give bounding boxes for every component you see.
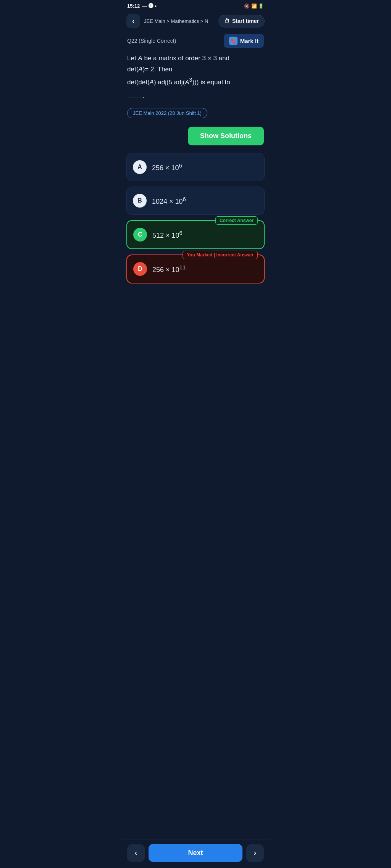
option-b-text: 1024 × 106 [152,196,186,206]
mark-it-label: Mark It [240,38,259,44]
breadcrumb: JEE Main > Mathematics > N [144,18,215,24]
option-c-badge: C [133,228,147,242]
header: ‹ JEE Main > Mathematics > N ⏱ Start tim… [121,11,270,32]
bookmark-icon: 🔖 [229,37,238,45]
option-d[interactable]: You Marked | Incorrect Answer D 256 × 10… [126,254,265,283]
question-label: Q22 (Single Correct) [127,38,176,44]
status-icons: — 🅜 • [142,3,157,9]
incorrect-answer-tag: You Marked | Incorrect Answer [183,251,258,259]
correct-answer-tag: Correct Answer [215,216,258,225]
status-right: 🔇 📶 🔋 [244,3,264,9]
tag-container: JEE Main 2022 (28 Jun Shift 1) [121,108,270,124]
start-timer-button[interactable]: ⏱ Start timer [218,15,265,27]
question-text: Let A be a matrix of order 3 × 3 and det… [121,52,270,108]
option-b[interactable]: B 1024 × 106 [126,187,265,215]
option-a-text: 256 × 106 [152,162,182,172]
back-arrow-icon: ‹ [132,17,134,25]
option-a-badge: A [133,160,147,174]
back-button[interactable]: ‹ [126,14,140,28]
mark-it-button[interactable]: 🔖 Mark It [224,34,264,48]
show-solutions-button[interactable]: Show Solutions [188,127,264,145]
network-icons: 🔇 📶 🔋 [244,3,264,9]
timer-icon: ⏱ [224,18,230,24]
option-a[interactable]: A 256 × 106 [126,153,265,181]
option-d-badge: D [133,262,147,276]
question-meta: Q22 (Single Correct) 🔖 Mark It [121,32,270,52]
status-time: 15:12 [127,3,140,9]
status-left: 15:12 — 🅜 • [127,3,157,9]
option-b-badge: B [133,194,147,208]
option-c[interactable]: Correct Answer C 512 × 106 [126,220,265,249]
options-container: A 256 × 106 B 1024 × 106 Correct Answer … [121,153,270,283]
question-tag: JEE Main 2022 (28 Jun Shift 1) [127,108,207,118]
option-d-text: 256 × 1011 [152,264,186,274]
timer-label: Start timer [232,18,259,24]
option-c-text: 512 × 106 [152,230,183,240]
status-bar: 15:12 — 🅜 • 🔇 📶 🔋 [121,0,270,11]
